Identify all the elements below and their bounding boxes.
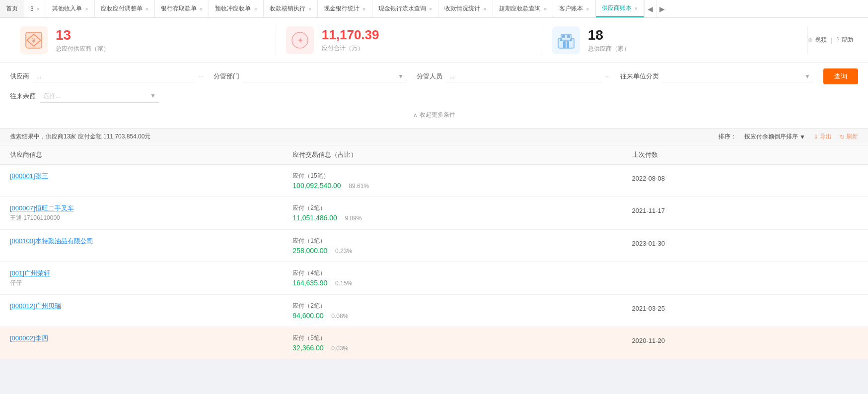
person-filter-label: 分管人员 [417,72,442,81]
export-button[interactable]: ⇩ 导出 [813,132,832,141]
tab-home-label: 首页 [6,4,18,13]
supplier-name-link[interactable]: [000007]恒旺二手叉车 [10,204,292,213]
transaction-amount[interactable]: 32,366.00 [292,344,323,352]
tab-collection-close[interactable]: × [308,6,311,12]
supplier-name-link[interactable]: [000002]李四 [10,334,292,343]
sort-select[interactable]: 按应付余额倒序排序 ▼ [744,132,805,141]
tab-ar-ap-adjust-label: 应收应付调整单 [101,4,143,13]
total-suppliers-icon [552,26,580,54]
tab-ar-ap-adjust-close[interactable]: × [145,6,148,12]
transaction-amount-row: 258,000.00 0.23% [292,247,632,255]
last-payment-cell: 2021-03-25 [632,302,858,312]
tab-collection[interactable]: 收款核销执行 × [264,0,318,17]
dept-filter-select[interactable]: ▼ [243,71,407,82]
last-payment-date: 2021-11-17 [632,204,858,214]
total-suppliers-label: 总供应商（家） [588,45,630,53]
total-suppliers-number: 18 [588,27,630,44]
transaction-amount[interactable]: 258,000.00 [292,247,327,255]
svg-rect-9 [560,39,562,41]
ap-total-info: 11,170.39 应付合计（万） [322,27,379,52]
top-right-links: ⊙ 视频 | ? 帮助 [808,36,858,44]
col-header-supplier: 供应商信息 [10,150,292,159]
tab-home[interactable]: 首页 [0,0,24,17]
transaction-percent: 0.08% [331,313,348,320]
tab-other-income-close[interactable]: × [85,6,88,12]
tab-customer-ledger-close[interactable]: × [586,6,589,12]
supplier-filter-input[interactable] [33,70,194,82]
filter-balance: 往来余额 选择... ▼ [10,89,159,103]
help-link[interactable]: ? 帮助 [836,36,853,44]
tab-customer-ledger[interactable]: 客户账本 × [553,0,595,17]
transaction-percent: 0.03% [331,345,348,352]
tab-cash-bank-stat[interactable]: 现金银行统计 × [318,0,372,17]
tab-cash-bank-flow-close[interactable]: × [429,6,432,12]
supplier-ellipsis-icon[interactable]: ··· [198,73,203,80]
nav-prev-arrow[interactable]: ◀ [644,0,656,17]
tab-prepay[interactable]: 预收冲应收单 × [209,0,263,17]
filter-row-2: 往来余额 选择... ▼ [10,89,858,103]
col-header-last-payment: 上次付数 [632,150,858,159]
transaction-amount[interactable]: 100,092,540.00 [292,182,341,190]
refresh-button[interactable]: ↻ 刷新 [840,132,858,141]
transaction-label: 应付（2笔） [292,204,632,212]
svg-rect-8 [567,41,569,48]
video-link[interactable]: ⊙ 视频 [808,36,826,44]
balance-filter-select[interactable]: 选择... ▼ [40,89,159,103]
refresh-label: 刷新 [846,132,858,141]
tab-overdue-ar-close[interactable]: × [544,6,547,12]
tab-3[interactable]: 3 × [24,0,46,17]
transaction-info-cell: 应付（4笔） 164,635.90 0.15% [292,269,632,287]
tab-supplier-ledger[interactable]: 供应商账本 × [596,0,644,17]
transaction-label: 应付（2笔） [292,302,632,310]
tab-3-close[interactable]: × [37,6,40,12]
tab-supplier-ledger-close[interactable]: × [635,5,638,11]
table-body: [000001]张三 应付（15笔） 100,092,540.00 89.61%… [0,165,868,359]
tab-payment-stat-close[interactable]: × [483,6,486,12]
person-filter-input[interactable] [446,70,601,82]
nav-next-arrow[interactable]: ▶ [656,0,668,17]
tab-overdue-ar[interactable]: 超期应收款查询 × [493,0,553,17]
collapse-button[interactable]: ∧ 收起更多条件 [10,108,858,122]
supplier-name-link[interactable]: [000001]张三 [10,172,292,181]
svg-text:✦: ✦ [296,36,303,45]
supplier-contact: 仔仔 [10,279,292,287]
tab-cash-bank-stat-close[interactable]: × [362,6,365,12]
tab-customer-ledger-label: 客户账本 [559,4,583,13]
sort-label: 排序： [719,132,736,141]
table-row: [000100]本特勤油品有限公司 应付（1笔） 258,000.00 0.23… [0,230,868,262]
tab-3-label: 3 [30,5,34,12]
supplier-name-link[interactable]: [000100]本特勤油品有限公司 [10,237,292,246]
transaction-label: 应付（4笔） [292,269,632,277]
last-payment-cell: 2021-11-17 [632,204,858,214]
transaction-amount-row: 94,600.00 0.08% [292,312,632,320]
tab-bank-deposit-close[interactable]: × [200,6,203,12]
transaction-amount[interactable]: 164,635.90 [292,279,327,287]
transaction-info-cell: 应付（1笔） 258,000.00 0.23% [292,237,632,255]
tab-cash-bank-flow[interactable]: 现金银行流水查询 × [372,0,438,17]
svg-rect-11 [562,35,565,38]
refresh-icon: ↻ [840,133,845,140]
tab-cash-bank-flow-label: 现金银行流水查询 [378,4,426,13]
top-navigation: 首页 3 × 其他收入单 × 应收应付调整单 × 银行存取款单 × 预收冲应收单… [0,0,868,18]
tab-payment-stat[interactable]: 收款情况统计 × [438,0,493,17]
query-button[interactable]: 查询 [823,68,858,84]
tab-other-income[interactable]: 其他收入单 × [46,0,94,17]
tab-bank-deposit[interactable]: 银行存取款单 × [155,0,209,17]
transaction-info-cell: 应付（15笔） 100,092,540.00 89.61% [292,172,632,190]
person-ellipsis-icon[interactable]: ··· [605,73,610,80]
tab-ar-ap-adjust[interactable]: 应收应付调整单 × [95,0,155,17]
filter-category: 往来单位分类 ▼ [620,71,814,82]
transaction-amount[interactable]: 94,600.00 [292,312,323,320]
filter-dept: 分管部门 ▼ [214,71,407,82]
transaction-label: 应付（1笔） [292,237,632,245]
table-row: [000002]李四 应付（5笔） 32,366.00 0.03% 2020-1… [0,327,868,359]
supplier-name-link[interactable]: [001]广州荣轩 [10,269,292,278]
transaction-amount[interactable]: 11,051,486.00 [292,214,337,222]
transaction-amount-row: 100,092,540.00 89.61% [292,182,632,190]
category-filter-select[interactable]: ▼ [663,71,814,82]
tab-collection-label: 收款核销执行 [270,4,305,13]
ap-suppliers-label: 总应付供应商（家） [56,45,109,53]
supplier-name-link[interactable]: [000012]广州贝瑞 [10,302,292,311]
last-payment-cell: 2020-11-20 [632,334,858,344]
tab-prepay-close[interactable]: × [254,6,257,12]
